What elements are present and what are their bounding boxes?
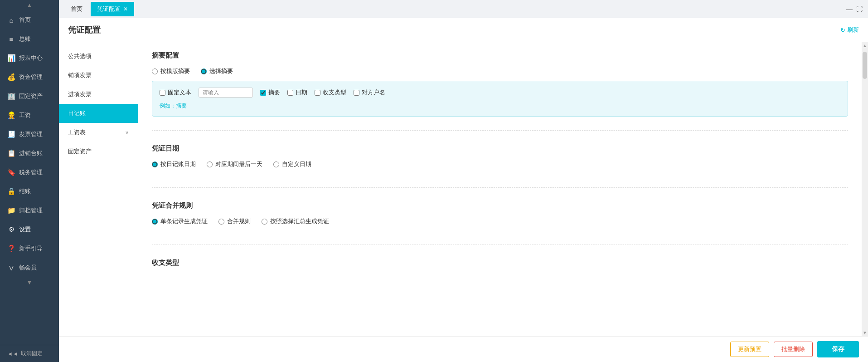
radio-template-input[interactable] xyxy=(152,68,158,74)
left-nav-purchase-invoice[interactable]: 进项发票 xyxy=(59,85,138,104)
checkbox-date[interactable]: 日期 xyxy=(287,88,307,97)
content-area: 凭证配置 ↻ 刷新 公共选项 销项发票 进项发票 日记账 xyxy=(59,18,868,362)
sidebar-unpin-button[interactable]: ◄◄ 取消固定 xyxy=(0,345,59,362)
radio-template-summary[interactable]: 按模版摘要 xyxy=(152,67,190,75)
merge-section-title: 凭证合并规则 xyxy=(152,201,848,210)
funds-icon: 💰 xyxy=(7,73,15,81)
sidebar-item-salary[interactable]: 👷 工资 xyxy=(0,106,59,125)
left-nav: 公共选项 销项发票 进项发票 日记账 工资表 ∨ 固定资产 xyxy=(59,42,138,336)
sidebar-item-guide[interactable]: ❓ 新手引导 xyxy=(0,239,59,258)
save-button[interactable]: 保存 xyxy=(817,341,859,357)
sidebar-item-reports[interactable]: 📊 报表中心 xyxy=(0,49,59,68)
sidebar-item-closing[interactable]: 🔒 结账 xyxy=(0,182,59,201)
pin-icon: ◄◄ xyxy=(7,351,18,357)
date-section: 凭证日期 按日记账日期 对应期间最后一天 xyxy=(152,144,848,188)
sidebar-item-home[interactable]: ⌂ 首页 xyxy=(0,10,59,29)
left-nav-journal[interactable]: 日记账 xyxy=(59,104,138,123)
purchase-icon: 📋 xyxy=(7,149,15,157)
sidebar-scroll-up[interactable]: ▲ xyxy=(0,0,59,10)
sidebar-item-tax[interactable]: 🔖 税务管理 xyxy=(0,163,59,182)
sidebar-item-funds[interactable]: 💰 资金管理 xyxy=(0,68,59,87)
sidebar-item-label: 设置 xyxy=(19,225,31,234)
update-preview-button[interactable]: 更新预置 xyxy=(730,342,769,357)
checkbox-summary[interactable]: 摘要 xyxy=(260,88,280,97)
radio-summary-generate-input[interactable] xyxy=(262,219,267,225)
radio-select-summary[interactable]: 选择摘要 xyxy=(201,67,233,75)
fixed-text-checkbox[interactable] xyxy=(160,90,165,96)
salary-icon: 👷 xyxy=(7,111,15,119)
sidebar-item-purchase-sales[interactable]: 📋 进销台账 xyxy=(0,144,59,163)
sidebar-scroll-down[interactable]: ▼ xyxy=(0,277,59,288)
radio-select-input[interactable] xyxy=(201,68,207,74)
tab-home[interactable]: 首页 xyxy=(64,2,89,16)
sidebar-item-label: 固定资产 xyxy=(19,92,43,100)
scroll-down-arrow[interactable]: ▼ xyxy=(863,330,867,335)
scroll-up-arrow[interactable]: ▲ xyxy=(863,43,867,48)
left-nav-fixed-assets[interactable]: 固定资产 xyxy=(59,142,138,161)
radio-merge-rule[interactable]: 合并规则 xyxy=(218,217,251,225)
income-type-checkbox[interactable] xyxy=(315,90,320,96)
invoice-icon: 🧾 xyxy=(7,130,15,138)
radio-single-input[interactable] xyxy=(152,219,158,225)
tab-voucher-config[interactable]: 凭证配置 ✕ xyxy=(91,2,134,16)
radio-summary-generate[interactable]: 按照选择汇总生成凭证 xyxy=(262,217,329,225)
summary-section: 摘要配置 按模版摘要 选择摘要 xyxy=(152,51,848,131)
fixed-text-input[interactable] xyxy=(199,88,253,98)
radio-custom-date[interactable]: 自定义日期 xyxy=(273,160,311,168)
left-nav-sales-invoice[interactable]: 销项发票 xyxy=(59,66,138,85)
summary-section-title: 摘要配置 xyxy=(152,51,848,60)
sidebar-item-settings[interactable]: ⚙ 设置 xyxy=(0,220,59,239)
left-nav-public[interactable]: 公共选项 xyxy=(59,47,138,66)
date-checkbox[interactable] xyxy=(287,90,293,96)
main-area: 首页 凭证配置 ✕ — ⛶ 凭证配置 ↻ 刷新 公共选项 xyxy=(59,0,868,362)
sidebar-item-label: 首页 xyxy=(19,16,31,24)
radio-journal-date[interactable]: 按日记账日期 xyxy=(152,160,196,168)
chevron-down-icon: ∨ xyxy=(125,130,129,136)
ledger-icon: ≡ xyxy=(7,35,15,43)
guide-icon: ❓ xyxy=(7,245,15,253)
report-icon: 📊 xyxy=(7,54,15,62)
checkbox-counterparty[interactable]: 对方户名 xyxy=(354,88,385,97)
checkbox-fixed-text[interactable]: 固定文本 xyxy=(160,88,191,97)
summary-checkbox[interactable] xyxy=(260,90,266,96)
sidebar-item-label: 归档管理 xyxy=(19,206,43,215)
income-type-title: 收支类型 xyxy=(152,259,848,267)
radio-merge-rule-input[interactable] xyxy=(218,219,224,225)
window-controls: — ⛶ xyxy=(846,5,863,13)
refresh-icon: ↻ xyxy=(840,27,845,34)
close-tab-icon[interactable]: ✕ xyxy=(123,6,128,12)
checkbox-income-type[interactable]: 收支类型 xyxy=(315,88,346,97)
tab-voucher-label: 凭证配置 xyxy=(97,5,121,13)
radio-single[interactable]: 单条记录生成凭证 xyxy=(152,217,208,225)
sidebar-item-invoice[interactable]: 🧾 发票管理 xyxy=(0,125,59,144)
home-icon: ⌂ xyxy=(7,16,15,24)
inner-layout: 公共选项 销项发票 进项发票 日记账 工资表 ∨ 固定资产 xyxy=(59,42,868,336)
refresh-button[interactable]: ↻ 刷新 xyxy=(840,26,859,34)
sidebar-item-archive[interactable]: 📁 归档管理 xyxy=(0,201,59,220)
date-radio-group: 按日记账日期 对应期间最后一天 自定义日期 xyxy=(152,160,848,168)
page-header: 凭证配置 ↻ 刷新 xyxy=(59,18,868,42)
batch-delete-button[interactable]: 批量删除 xyxy=(774,342,813,357)
sidebar-item-ledger[interactable]: ≡ 总账 xyxy=(0,29,59,49)
minimize-icon[interactable]: — xyxy=(846,5,853,13)
radio-last-day-input[interactable] xyxy=(207,161,213,167)
date-section-title: 凭证日期 xyxy=(152,144,848,153)
example-text: 例如：摘要 xyxy=(160,102,840,110)
summary-radio-group: 按模版摘要 选择摘要 xyxy=(152,67,848,75)
assets-icon: 🏢 xyxy=(7,92,15,100)
maximize-icon[interactable]: ⛶ xyxy=(856,5,863,13)
outer-scrollbar[interactable]: ▲ ▼ xyxy=(862,42,868,336)
bottom-bar: 更新预置 批量删除 保存 xyxy=(59,336,868,362)
counterparty-checkbox[interactable] xyxy=(354,90,359,96)
radio-journal-date-input[interactable] xyxy=(152,161,158,167)
radio-last-day[interactable]: 对应期间最后一天 xyxy=(207,160,262,168)
closing-icon: 🔒 xyxy=(7,187,15,196)
sidebar-item-fixed-assets[interactable]: 🏢 固定资产 xyxy=(0,87,59,106)
merge-radio-group: 单条记录生成凭证 合并规则 按照选择汇总生成凭证 xyxy=(152,217,848,225)
income-type-section: 收支类型 xyxy=(152,259,848,288)
left-nav-payroll[interactable]: 工资表 ∨ xyxy=(59,123,138,142)
tax-icon: 🔖 xyxy=(7,168,15,176)
tab-home-label: 首页 xyxy=(71,5,82,13)
radio-custom-date-input[interactable] xyxy=(273,161,279,167)
sidebar-item-vip[interactable]: V 畅会员 xyxy=(0,258,59,277)
